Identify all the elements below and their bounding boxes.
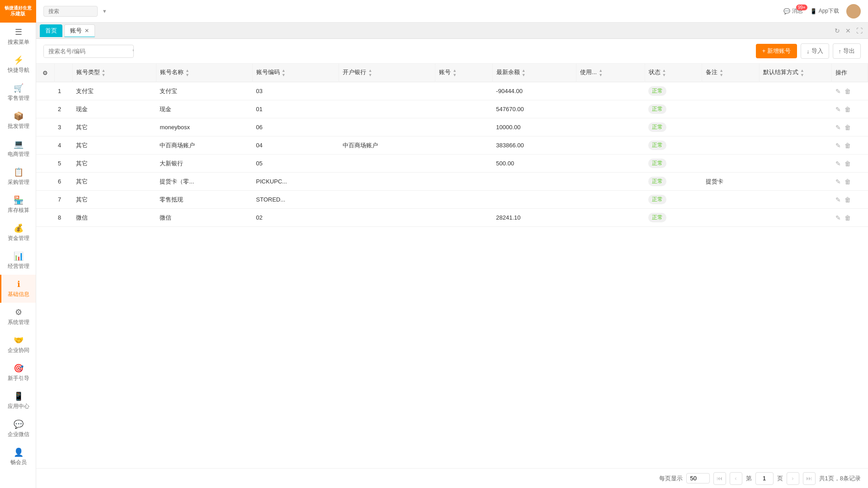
row-num-cell: 1 bbox=[54, 82, 72, 100]
page-input[interactable] bbox=[755, 472, 774, 485]
first-page-button[interactable]: ⏮ bbox=[713, 472, 726, 485]
next-page-button[interactable]: › bbox=[787, 472, 799, 485]
col-type[interactable]: 账号类型▲▼ bbox=[72, 64, 156, 82]
table-row: 2 现金 现金 01 547670.00 正常 ✎ 🗑 bbox=[36, 100, 868, 118]
sidebar-item-finance[interactable]: 💰 资金管理 bbox=[0, 219, 36, 247]
row-type-cell: 其它 bbox=[72, 173, 156, 191]
sidebar-item-app-center[interactable]: 📱 应用中心 bbox=[0, 387, 36, 415]
tab-close-icon[interactable]: ✕ bbox=[85, 28, 89, 33]
col-account[interactable]: 账号▲▼ bbox=[435, 64, 493, 82]
delete-icon[interactable]: 🗑 bbox=[844, 196, 851, 203]
row-bank-cell bbox=[339, 82, 435, 100]
row-code-cell: STORED... bbox=[252, 191, 339, 209]
row-type-cell: 其它 bbox=[72, 191, 156, 209]
user-avatar[interactable] bbox=[846, 4, 861, 19]
edit-icon[interactable]: ✎ bbox=[835, 178, 841, 185]
sidebar-item-enterprise-wechat[interactable]: 💬 企业微信 bbox=[0, 415, 36, 443]
edit-icon[interactable]: ✎ bbox=[835, 106, 841, 113]
sidebar-item-guide[interactable]: 🎯 新手引导 bbox=[0, 359, 36, 387]
phone-icon: 📱 bbox=[810, 8, 817, 14]
sidebar-item-retail[interactable]: 🛒 零售管理 bbox=[0, 79, 36, 107]
delete-icon[interactable]: 🗑 bbox=[844, 160, 851, 167]
col-code[interactable]: 账号编码▲▼ bbox=[252, 64, 339, 82]
sidebar-item-label: 零售管理 bbox=[8, 94, 29, 102]
table-search-button[interactable]: 🔍 bbox=[129, 45, 134, 57]
row-balance-cell: 10000.00 bbox=[492, 118, 576, 136]
sidebar-item-basic-info[interactable]: ℹ 基础信息 bbox=[0, 275, 36, 303]
col-settings[interactable]: ⚙ bbox=[36, 64, 54, 82]
row-name-cell: 大新银行 bbox=[156, 155, 252, 173]
member-icon: 👤 bbox=[14, 447, 24, 457]
export-icon: ↑ bbox=[839, 48, 842, 55]
edit-icon[interactable]: ✎ bbox=[835, 88, 841, 95]
tab-bar: 首页 账号 ✕ ↻ ✕ ⛶ bbox=[36, 23, 868, 39]
app-download-button[interactable]: 📱 App下载 bbox=[810, 7, 839, 15]
sidebar-item-label: 搜索菜单 bbox=[8, 38, 29, 46]
page-size-select[interactable]: 50 100 200 bbox=[686, 473, 710, 483]
delete-icon[interactable]: 🗑 bbox=[844, 106, 851, 113]
delete-icon[interactable]: 🗑 bbox=[844, 124, 851, 131]
row-usage-cell bbox=[576, 136, 645, 155]
purchase-icon: 📋 bbox=[14, 167, 24, 177]
edit-icon[interactable]: ✎ bbox=[835, 214, 841, 221]
sidebar-item-member[interactable]: 👤 畅会员 bbox=[0, 443, 36, 471]
export-button[interactable]: ↑ 导出 bbox=[833, 43, 861, 59]
sidebar-item-wholesale[interactable]: 📦 批发管理 bbox=[0, 107, 36, 135]
tab-home[interactable]: 首页 bbox=[40, 24, 62, 37]
row-remark-cell bbox=[702, 136, 760, 155]
col-usage[interactable]: 使用...▲▼ bbox=[576, 64, 645, 82]
import-button[interactable]: ↓ 导入 bbox=[801, 43, 829, 59]
delete-icon[interactable]: 🗑 bbox=[844, 214, 851, 221]
row-status-cell: 正常 bbox=[645, 191, 702, 209]
table-row: 6 其它 提货卡（零... PICKUPC... 正常 提货卡 ✎ 🗑 bbox=[36, 173, 868, 191]
row-remark-cell bbox=[702, 209, 760, 227]
dropdown-arrow-icon[interactable]: ▾ bbox=[103, 8, 106, 14]
row-default-payment-cell bbox=[760, 155, 832, 173]
sidebar-item-purchase[interactable]: 📋 采购管理 bbox=[0, 163, 36, 191]
header-left: ▾ bbox=[43, 6, 106, 17]
row-type-cell: 其它 bbox=[72, 136, 156, 155]
row-code-cell: 06 bbox=[252, 118, 339, 136]
row-usage-cell bbox=[576, 82, 645, 100]
sidebar-item-inventory[interactable]: 🏪 库存核算 bbox=[0, 191, 36, 219]
row-bank-cell bbox=[339, 118, 435, 136]
edit-icon[interactable]: ✎ bbox=[835, 160, 841, 167]
edit-icon[interactable]: ✎ bbox=[835, 196, 841, 203]
tab-maximize-icon[interactable]: ⛶ bbox=[854, 25, 864, 36]
row-default-payment-cell bbox=[760, 209, 832, 227]
row-bank-cell: 中百商场账户 bbox=[339, 136, 435, 155]
message-badge: 99+ bbox=[796, 5, 807, 10]
delete-icon[interactable]: 🗑 bbox=[844, 142, 851, 149]
sidebar-item-label: 系统管理 bbox=[8, 319, 29, 326]
prev-page-button[interactable]: ‹ bbox=[730, 472, 742, 485]
tab-refresh-icon[interactable]: ↻ bbox=[833, 25, 842, 36]
sidebar-item-search[interactable]: ☰ 搜索菜单 bbox=[0, 23, 36, 51]
col-balance[interactable]: 最新余额▲▼ bbox=[492, 64, 576, 82]
header-search-input[interactable] bbox=[43, 6, 98, 17]
sidebar-item-ecommerce[interactable]: 💻 电商管理 bbox=[0, 135, 36, 163]
col-name[interactable]: 账号名称▲▼ bbox=[156, 64, 252, 82]
sidebar-item-quick-nav[interactable]: ⚡ 快捷导航 bbox=[0, 51, 36, 79]
col-bank[interactable]: 开户银行▲▼ bbox=[339, 64, 435, 82]
message-button[interactable]: 💬 消息 99+ bbox=[783, 7, 803, 15]
table-search-input[interactable] bbox=[44, 45, 129, 57]
add-account-button[interactable]: + 新增账号 bbox=[756, 44, 797, 58]
last-page-button[interactable]: ⏭ bbox=[803, 472, 816, 485]
guide-icon: 🎯 bbox=[14, 363, 24, 373]
row-code-cell: 05 bbox=[252, 155, 339, 173]
edit-icon[interactable]: ✎ bbox=[835, 124, 841, 131]
delete-icon[interactable]: 🗑 bbox=[844, 88, 851, 95]
inventory-icon: 🏪 bbox=[14, 195, 24, 205]
row-action-cell: ✎ 🗑 bbox=[832, 173, 868, 191]
edit-icon[interactable]: ✎ bbox=[835, 142, 841, 149]
col-default-payment[interactable]: 默认结算方式▲▼ bbox=[760, 64, 832, 82]
delete-icon[interactable]: 🗑 bbox=[844, 178, 851, 185]
sidebar-item-contract[interactable]: 🤝 企业协同 bbox=[0, 331, 36, 359]
col-remark[interactable]: 备注▲▼ bbox=[702, 64, 760, 82]
tab-account[interactable]: 账号 ✕ bbox=[64, 24, 95, 37]
row-settings-cell bbox=[36, 209, 54, 227]
tab-close-all-icon[interactable]: ✕ bbox=[844, 25, 853, 36]
sidebar-item-system[interactable]: ⚙ 系统管理 bbox=[0, 303, 36, 331]
sidebar-item-operation[interactable]: 📊 经营管理 bbox=[0, 247, 36, 275]
col-status[interactable]: 状态▲▼ bbox=[645, 64, 702, 82]
